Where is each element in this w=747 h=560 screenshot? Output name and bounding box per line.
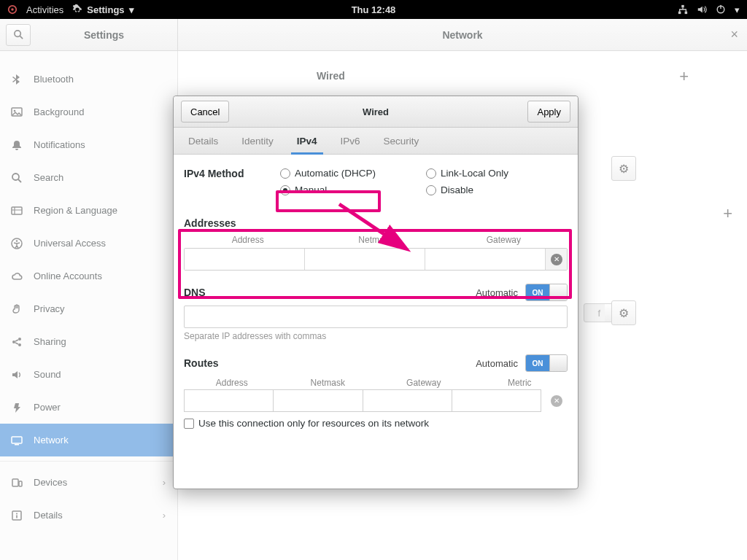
- sidebar-item-label: Network: [34, 435, 69, 446]
- sidebar-item-label: Bluetooth: [34, 74, 74, 85]
- svg-point-17: [18, 338, 21, 341]
- dialog-headerbar: Cancel Wired Apply: [174, 96, 578, 128]
- only-resources-checkbox[interactable]: [184, 419, 194, 429]
- globe-icon: [10, 205, 23, 217]
- netmask-input[interactable]: [305, 249, 425, 270]
- power-icon: [10, 402, 23, 413]
- sidebar-item-search[interactable]: Search: [0, 161, 177, 194]
- dialog-tabs: DetailsIdentityIPv4IPv6Security: [174, 128, 578, 155]
- dns-hint: Separate IP addresses with commas: [184, 331, 568, 341]
- svg-point-15: [16, 240, 18, 241]
- connection-settings-gear-button[interactable]: ⚙: [611, 300, 636, 325]
- sidebar-item-label: Sound: [34, 369, 61, 380]
- svg-rect-3: [678, 12, 681, 15]
- speaker-icon: [10, 369, 23, 381]
- svg-rect-20: [15, 444, 19, 446]
- gnome-topbar: Activities Settings ▾ Thu 12:48 ▾: [0, 0, 747, 19]
- sidebar-item-details[interactable]: Details›: [0, 499, 177, 532]
- ipv4-method-label: IPv4 Method: [184, 165, 276, 179]
- wired-settings-gear-button[interactable]: ⚙: [611, 156, 636, 181]
- sidebar-item-privacy[interactable]: Privacy: [0, 292, 177, 325]
- svg-line-12: [18, 179, 21, 182]
- dns-section-title: DNS: [184, 287, 206, 298]
- radio-icon: [426, 168, 436, 179]
- radio-icon: [280, 168, 290, 179]
- cancel-button[interactable]: Cancel: [181, 101, 229, 122]
- svg-point-10: [14, 109, 16, 112]
- route-gateway-input[interactable]: [363, 389, 452, 412]
- cloud-icon: [10, 271, 23, 282]
- tab-security[interactable]: Security: [372, 128, 431, 154]
- settings-headerbar: Settings Network ×: [0, 19, 747, 51]
- addresses-column-headers: Address Netmask Gateway: [184, 232, 568, 248]
- accessibility-icon: [10, 238, 23, 249]
- sidebar-item-background[interactable]: Background: [0, 96, 177, 128]
- addresses-section-title: Addresses: [184, 217, 568, 229]
- devices-icon: [10, 477, 23, 489]
- method-disable-option[interactable]: Disable: [422, 182, 568, 198]
- method-manual-option[interactable]: Manual: [276, 182, 422, 198]
- dns-automatic-switch[interactable]: ON: [525, 284, 568, 301]
- system-status-area[interactable]: ▾: [678, 4, 740, 15]
- delete-icon: ✕: [551, 254, 562, 265]
- sidebar-item-label: Details: [34, 510, 63, 521]
- svg-rect-2: [681, 5, 684, 8]
- settings-app-icon: [72, 4, 82, 15]
- sidebar-item-sharing[interactable]: Sharing: [0, 325, 177, 358]
- sidebar-item-bluetooth[interactable]: Bluetooth: [0, 63, 177, 96]
- routes-column-headers: Address Netmask Gateway Metric: [184, 376, 568, 389]
- sidebar-item-power[interactable]: Power: [0, 391, 177, 424]
- svg-point-7: [14, 31, 20, 36]
- dns-automatic-label: Automatic: [476, 287, 518, 298]
- method-automatic-option[interactable]: Automatic (DHCP): [276, 165, 422, 182]
- delete-route-button[interactable]: ✕: [546, 389, 568, 412]
- route-metric-input[interactable]: [452, 389, 541, 412]
- method-linklocal-option[interactable]: Link-Local Only: [422, 165, 568, 182]
- routes-automatic-label: Automatic: [476, 358, 518, 369]
- sidebar-item-label: Search: [34, 172, 63, 183]
- svg-point-18: [18, 343, 21, 346]
- svg-rect-19: [12, 437, 22, 443]
- routes-section-title: Routes: [184, 357, 218, 369]
- clock[interactable]: Thu 12:48: [352, 4, 396, 15]
- address-input[interactable]: [185, 249, 305, 270]
- route-netmask-input[interactable]: [274, 389, 363, 412]
- gateway-input[interactable]: [425, 249, 545, 270]
- search-icon: [10, 172, 23, 184]
- tab-identity[interactable]: Identity: [230, 128, 285, 154]
- sidebar-item-online-accounts[interactable]: Online Accounts: [0, 260, 177, 292]
- activities-icon: [7, 4, 18, 15]
- tab-details[interactable]: Details: [177, 128, 230, 154]
- window-close-button[interactable]: ×: [730, 27, 738, 42]
- apply-button[interactable]: Apply: [527, 101, 570, 122]
- search-button[interactable]: [6, 24, 31, 46]
- svg-point-16: [12, 341, 15, 343]
- sidebar-item-region-language[interactable]: Region & Language: [0, 194, 177, 227]
- tab-ipv4[interactable]: IPv4: [285, 128, 329, 154]
- hand-icon: [10, 303, 23, 315]
- sidebar-item-label: Background: [34, 106, 84, 117]
- svg-rect-21: [12, 479, 18, 486]
- settings-title: Settings: [31, 29, 177, 41]
- ipv4-settings-pane: IPv4 Method Automatic (DHCP) Link-Local …: [174, 155, 578, 489]
- sidebar-item-label: Region & Language: [34, 205, 117, 216]
- sidebar-item-universal-access[interactable]: Universal Access: [0, 227, 177, 260]
- tab-ipv6[interactable]: IPv6: [329, 128, 372, 154]
- add-connection-button[interactable]: +: [723, 204, 732, 223]
- activities-button[interactable]: Activities: [26, 4, 63, 15]
- delete-address-button[interactable]: ✕: [545, 249, 567, 270]
- add-wired-button[interactable]: +: [679, 67, 689, 86]
- route-address-input[interactable]: [184, 389, 274, 412]
- sidebar-item-sound[interactable]: Sound: [0, 358, 177, 391]
- sidebar-item-devices[interactable]: Devices›: [0, 466, 177, 499]
- svg-point-24: [16, 513, 18, 514]
- routes-row: ✕: [184, 389, 568, 412]
- address-row: ✕: [184, 248, 568, 271]
- app-menu[interactable]: Settings ▾: [72, 4, 133, 15]
- network-status-icon: [678, 4, 688, 15]
- routes-automatic-switch[interactable]: ON: [525, 354, 568, 372]
- dns-input[interactable]: [184, 306, 568, 328]
- background-icon: [10, 106, 23, 118]
- sidebar-item-network[interactable]: Network: [0, 424, 177, 456]
- sidebar-item-notifications[interactable]: Notifications: [0, 128, 177, 161]
